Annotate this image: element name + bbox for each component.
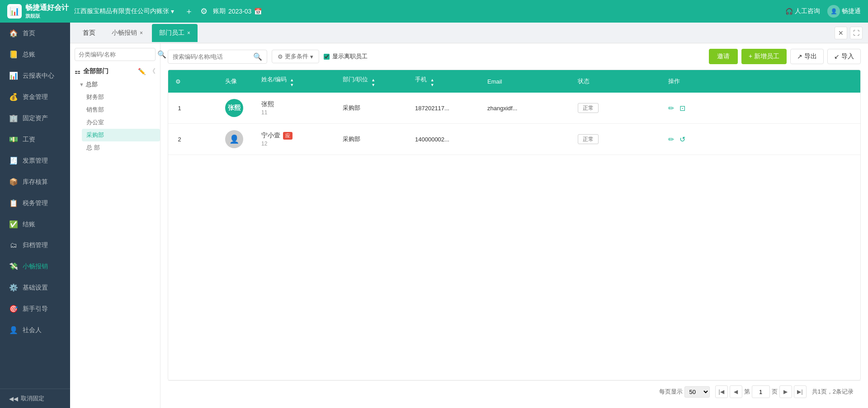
tab-home[interactable]: 首页 (75, 24, 103, 42)
row2-status: 正常 (571, 124, 661, 155)
page-size-select[interactable]: 50 20 100 (684, 386, 710, 398)
sidebar: 🏠 首页 📒 总账 📊 云报表中心 💰 资金管理 🏢 固定资产 💵 工资 (0, 23, 70, 408)
row1-avatar: 张熙 (218, 93, 254, 124)
sort-name-icon: ▲▼ (290, 78, 294, 87)
delete-button[interactable]: ↺ (679, 135, 685, 144)
dept-search-box[interactable]: 🔍 (75, 48, 156, 61)
dept-search-input[interactable] (79, 51, 155, 58)
app-name: 畅捷通好会计 (25, 3, 69, 13)
sidebar-item-guide[interactable]: 🎯 新手引导 (0, 298, 70, 319)
employee-search-input[interactable] (173, 53, 250, 60)
home-icon: 🏠 (9, 29, 18, 38)
maximize-button[interactable]: ⛶ (850, 27, 863, 39)
export-icon: ↗ (797, 53, 802, 60)
col-name-code[interactable]: 姓名/编码 ▲▼ (254, 70, 335, 93)
col-dept-pos[interactable]: 部门/职位 ▲▼ (335, 70, 408, 93)
dept-child-sales[interactable]: 销售部 (82, 103, 160, 116)
tab-dept-employee[interactable]: 部门员工 × (152, 24, 198, 42)
dept-tree: ▼ 总部 财务部 销售部 办公室 采购部 总 部 (70, 78, 160, 154)
edit-dept-icon[interactable]: ✏️ (138, 68, 146, 75)
sidebar-item-inventory[interactable]: 📦 库存核算 (0, 171, 70, 192)
employee-name: 张熙 (261, 100, 274, 108)
archive-icon: 🗂 (9, 241, 18, 249)
sidebar-item-archive[interactable]: 🗂 归档管理 (0, 235, 70, 256)
sidebar-item-more[interactable]: 👤 社会人 (0, 319, 70, 341)
tab-expense-close[interactable]: × (140, 30, 143, 36)
row2-avatar: 👤 (218, 124, 254, 155)
export-button[interactable]: ↗ 导出 (790, 49, 824, 64)
sidebar-label-funds: 资金管理 (23, 93, 48, 101)
reports-icon: 📊 (9, 71, 18, 80)
sidebar-item-ledger[interactable]: 📒 总账 (0, 44, 70, 65)
chevron-down-icon: ▾ (310, 53, 313, 60)
sidebar-item-reports[interactable]: 📊 云报表中心 (0, 65, 70, 86)
user-menu[interactable]: 👤 畅捷通 (827, 5, 861, 18)
sidebar-item-checkout[interactable]: ✅ 结账 (0, 214, 70, 235)
tab-bar: 首页 小畅报销 × 部门员工 × ✕ ⛶ (70, 23, 868, 43)
collapse-icon[interactable]: 《 (149, 67, 156, 75)
row1-status: 正常 (571, 93, 661, 124)
import-button[interactable]: ↙ 导入 (827, 49, 861, 64)
service-button[interactable]: 🎧 人工咨询 (785, 7, 820, 15)
edit-button[interactable]: ✏ (668, 104, 674, 113)
show-resigned-checkbox[interactable] (324, 54, 330, 60)
all-depts-label[interactable]: ⚏ 全部部门 (75, 67, 108, 75)
sidebar-item-assets[interactable]: 🏢 固定资产 (0, 108, 70, 129)
add-employee-button[interactable]: + 新增员工 (741, 49, 787, 64)
col-phone[interactable]: 手机 ▲▼ (408, 70, 480, 93)
first-page-button[interactable]: |◀ (715, 385, 728, 398)
dept-panel: 🔍 ⚏ 全部部门 ✏️ 《 (70, 43, 160, 408)
dept-child-finance[interactable]: 财务部 (82, 91, 160, 103)
filter-icon: ⚙ (278, 53, 283, 60)
sidebar-label-invoice: 发票管理 (23, 157, 48, 165)
close-window-button[interactable]: ✕ (835, 27, 847, 39)
col-settings[interactable]: ⚙ (168, 70, 191, 93)
avatar: 张熙 (225, 99, 243, 117)
employee-name: 宁小壹 (261, 131, 280, 140)
expense-icon: 💸 (9, 262, 18, 271)
prev-page-button[interactable]: ◀ (730, 385, 742, 398)
sidebar-item-invoice[interactable]: 🧾 发票管理 (0, 150, 70, 171)
pagination: 每页显示 50 20 100 |◀ ◀ 第 页 (168, 380, 861, 403)
sidebar-label-inventory: 库存核算 (23, 178, 48, 186)
inventory-icon: 📦 (9, 178, 18, 186)
guide-icon: 🎯 (9, 305, 18, 313)
pin-toggle[interactable]: ◀◀ 取消固定 (0, 389, 70, 408)
sidebar-item-funds[interactable]: 💰 资金管理 (0, 86, 70, 108)
add-button[interactable]: ＋ (185, 6, 193, 17)
row2-name-code: 宁小壹 应 12 (254, 124, 335, 155)
search-icon: 🔍 (253, 52, 262, 61)
dept-child-office[interactable]: 办公室 (82, 116, 160, 129)
tab-dept-employee-close[interactable]: × (187, 30, 190, 36)
sidebar-item-settings[interactable]: ⚙️ 基础设置 (0, 277, 70, 298)
page-size-selector[interactable]: 每页显示 50 20 100 (659, 386, 710, 398)
page-number-input[interactable] (752, 385, 770, 398)
calendar-icon[interactable]: 📅 (254, 8, 262, 15)
last-page-button[interactable]: ▶| (794, 385, 807, 398)
page-navigation: |◀ ◀ 第 页 ▶ ▶| (715, 385, 807, 398)
sidebar-label-ledger: 总账 (23, 51, 35, 59)
logout-button[interactable]: ⊡ (679, 104, 685, 113)
sidebar-item-expense[interactable]: 💸 小畅报销 (0, 256, 70, 277)
edit-button[interactable]: ✏ (668, 135, 674, 144)
toolbar-right: 邀请 + 新增员工 ↗ 导出 ↙ 导入 (709, 49, 861, 64)
app-edition: 旗舰版 (25, 13, 69, 19)
invite-button[interactable]: 邀请 (709, 49, 738, 64)
tab-expense[interactable]: 小畅报销 × (104, 24, 150, 42)
sidebar-item-tax[interactable]: 📋 税务管理 (0, 192, 70, 214)
tax-icon: 📋 (9, 199, 18, 207)
company-selector[interactable]: 江西服宝精品有限责任公司内账张 ▾ (74, 7, 174, 15)
sidebar-item-payroll[interactable]: 💵 工资 (0, 129, 70, 150)
show-resigned-toggle: 显示离职员工 (324, 52, 368, 61)
table-row: 2 👤 宁小壹 应 (168, 124, 860, 155)
sidebar-label-archive: 归档管理 (23, 241, 48, 249)
dept-child-hq[interactable]: 总 部 (82, 141, 160, 154)
more-filter-button[interactable]: ⚙ 更多条件 ▾ (272, 50, 319, 63)
sidebar-item-home[interactable]: 🏠 首页 (0, 23, 70, 44)
dept-group-title-root[interactable]: ▼ 总部 (75, 78, 160, 91)
topbar-actions: ＋ ⚙ (185, 6, 208, 17)
dept-child-purchase[interactable]: 采购部 (82, 129, 160, 141)
next-page-button[interactable]: ▶ (779, 385, 792, 398)
employee-search-box[interactable]: 🔍 (168, 50, 267, 64)
settings-icon[interactable]: ⚙ (200, 6, 208, 16)
